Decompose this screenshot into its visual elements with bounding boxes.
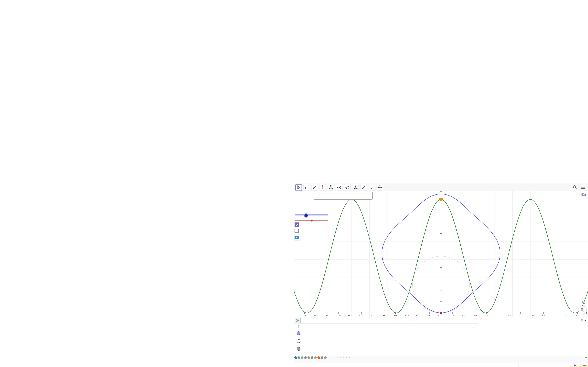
x-tick-label: -2.4: [303, 314, 306, 317]
stylebar-icon: [581, 195, 588, 198]
tool-slider-button[interactable]: [369, 184, 375, 191]
algebra-view: [294, 317, 588, 356]
x-tick-label: 1.4: [519, 314, 522, 317]
algebra-row-funcnames[interactable]: [294, 337, 478, 345]
curvature-tangent-checkbox[interactable]: [294, 222, 299, 227]
tool-circle-two-points-button[interactable]: [344, 184, 351, 191]
x-tick-label: 0.2: [451, 314, 454, 317]
tree-view-toggle-button[interactable]: [295, 318, 301, 323]
tree-view-icon: [295, 320, 300, 323]
arc-position-point[interactable]: [440, 312, 442, 314]
x-tick-label: 2: [554, 314, 555, 317]
extension-icon[interactable]: [301, 356, 303, 359]
tool-angle-button[interactable]: [352, 184, 359, 191]
visibility-dot-curves[interactable]: [297, 331, 301, 335]
kebab-menu-icon[interactable]: [313, 318, 319, 323]
x-tick-label: -2: [326, 314, 328, 317]
extension-icon[interactable]: [321, 356, 323, 359]
x-tick-label: 2.2: [564, 314, 568, 317]
geogebra-browser-window: -2.4-2.2-2-1.8-1.6-1.4-1.2-1-0.8-0.6-0.4…: [294, 184, 588, 367]
skip-next-icon: [294, 237, 300, 240]
list-header: [294, 325, 478, 330]
search-button[interactable]: [573, 185, 577, 190]
tool-tangent-button[interactable]: [361, 184, 367, 191]
x-tick-label: 0.6: [474, 314, 477, 317]
x-tick-label: -0.8: [394, 314, 398, 317]
algebra-row-funcs[interactable]: [294, 345, 478, 353]
x-tick-label: 1.2: [508, 314, 511, 317]
curvature-function-dropdown[interactable]: [314, 192, 372, 200]
location-pin-icon[interactable]: [294, 356, 297, 359]
x-tick-label: -0.4: [416, 314, 420, 317]
tool-move-view-button[interactable]: [377, 184, 383, 191]
browser-chrome: [294, 356, 588, 367]
extension-icon[interactable]: [297, 356, 300, 359]
x-tick-label: 2.4: [576, 314, 579, 317]
desktop-bottom-strip: [294, 363, 588, 367]
arc-length-slider-thumb[interactable]: [304, 213, 308, 217]
visibility-dot-funcs[interactable]: [297, 347, 301, 351]
mirrored-screenshot-stage: -2.4-2.2-2-1.8-1.6-1.4-1.2-1-0.8-0.6-0.4…: [0, 0, 588, 367]
draggable-point-orange[interactable]: [440, 198, 443, 201]
tab-dot-icon: [346, 357, 347, 358]
extension-icon[interactable]: [324, 356, 327, 359]
gear-icon[interactable]: [307, 318, 312, 323]
tracing-checkbox[interactable]: [294, 229, 299, 233]
x-tick-label: -1.4: [359, 314, 363, 317]
tab-dot-icon: [349, 357, 350, 358]
quadrant-top-right-mirrored: [294, 0, 588, 184]
tool-circle-center-button[interactable]: [336, 184, 342, 191]
x-tick-label: -1: [383, 314, 385, 317]
tab-dot-icon: [337, 357, 338, 358]
quadrant-top-left-mirrored: [0, 0, 294, 184]
tool-polygon-button[interactable]: [328, 184, 334, 191]
x-tick-label: -1.6: [348, 314, 352, 317]
extension-icon[interactable]: [307, 356, 310, 359]
fx-button[interactable]: [301, 318, 306, 323]
axes: [294, 191, 588, 317]
x-tick-label: 1.8: [542, 314, 545, 317]
zoom-out-icon: [580, 308, 585, 313]
collapse-list-button[interactable]: [298, 325, 301, 328]
tool-point-button[interactable]: [303, 184, 310, 191]
x-tick-label: -1.8: [337, 314, 341, 317]
menu-button[interactable]: [580, 185, 585, 190]
tool-perpendicular-line-button[interactable]: [320, 184, 326, 191]
system-monitor-widget: [519, 363, 588, 367]
x-tick-label: 0.4: [462, 314, 465, 317]
cpu-sparkline: [570, 363, 588, 367]
x-tick-label: 1: [497, 314, 498, 317]
x-tick-label: -2.2: [314, 314, 318, 317]
extension-icon[interactable]: [311, 356, 313, 359]
quadrant-bottom-left-mirrored: [0, 184, 294, 367]
x-tick-label: -1.2: [371, 314, 375, 317]
algebra-row-curves[interactable]: [294, 329, 478, 337]
graphics-stylebar-toggle[interactable]: [581, 192, 588, 198]
extension-icon[interactable]: [304, 356, 307, 359]
visibility-dot-funcnames[interactable]: [297, 339, 301, 343]
zoom-in-icon[interactable]: [582, 300, 586, 305]
extension-icon[interactable]: [314, 356, 317, 359]
checkmark-icon: [295, 224, 299, 227]
x-tick-label: 0: [438, 314, 440, 317]
function-input-row: [294, 192, 373, 200]
x-tick-label: -0.6: [405, 314, 409, 317]
step-forward-button[interactable]: [294, 235, 300, 240]
status-green-dot: [585, 357, 587, 358]
graphics-view[interactable]: -2.4-2.2-2-1.8-1.6-1.4-1.2-1-0.8-0.6-0.4…: [294, 191, 588, 317]
tab-dot-icon: [340, 357, 341, 358]
arc-length-slider-track[interactable]: [295, 214, 329, 216]
graphics2-stylebar-icon[interactable]: [581, 319, 587, 324]
geogebra-toolbar: [294, 184, 588, 191]
tool-move-button[interactable]: [295, 184, 302, 191]
browser-toolbar: [294, 356, 588, 363]
x-tick-label: 0.8: [485, 314, 488, 317]
x-tick-label: -0.2: [428, 314, 432, 317]
extension-icon[interactable]: [318, 356, 320, 359]
tab-dot-icon: [343, 357, 344, 358]
zoom-out-button[interactable]: [578, 306, 587, 314]
arc-position-slider-thumb[interactable]: [311, 219, 313, 222]
x-axis-tick-labels: -2.4-2.2-2-1.8-1.6-1.4-1.2-1-0.8-0.6-0.4…: [303, 314, 579, 317]
tool-line-button[interactable]: [311, 184, 318, 191]
algebra-view-header: [294, 317, 478, 324]
